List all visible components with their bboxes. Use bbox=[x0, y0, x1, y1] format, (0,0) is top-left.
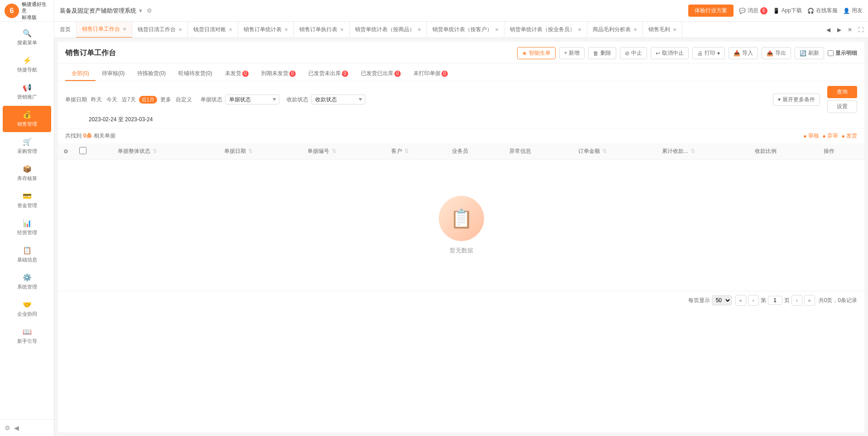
subtab-7[interactable]: 已发货已出库0 bbox=[355, 67, 407, 81]
date-option-4[interactable]: 更多 bbox=[159, 96, 173, 104]
tab-7[interactable]: 销货单统计表（按客户）✕ bbox=[427, 22, 504, 38]
user-item[interactable]: 👤 用友 bbox=[843, 7, 863, 14]
status-filter-item: 单据状态 单据状态 bbox=[201, 95, 279, 104]
sidebar-item-1[interactable]: ⚡快捷导航 bbox=[3, 52, 51, 78]
sidebar-item-0[interactable]: 🔍搜索菜单 bbox=[3, 24, 51, 51]
tab-next-button[interactable]: ▶ bbox=[834, 24, 844, 35]
import-button[interactable]: 📥 导入 bbox=[729, 47, 758, 59]
refresh-button[interactable]: 🔄 刷新 bbox=[795, 47, 824, 59]
col-accumulated[interactable]: 累计收款... ⇅ bbox=[657, 143, 750, 160]
payment-select[interactable]: 收款状态 bbox=[311, 95, 365, 104]
tab-5[interactable]: 销售订单执行表✕ bbox=[294, 22, 350, 38]
topbar-icons: 💬 消息 6 📱 App下载 🎧 在线客服 👤 用友 bbox=[739, 7, 863, 14]
tab-close-4[interactable]: ✕ bbox=[284, 27, 288, 32]
next-page-button[interactable]: › bbox=[791, 295, 802, 306]
tab-0[interactable]: 首页 bbox=[54, 22, 77, 38]
col-order-date[interactable]: 单据日期 ⇅ bbox=[219, 143, 302, 160]
new-button[interactable]: + 新增 bbox=[559, 47, 585, 59]
date-option-2[interactable]: 近7天 bbox=[120, 96, 137, 104]
tab-close-all-button[interactable]: ✕ bbox=[844, 24, 855, 35]
col-order-no[interactable]: 单据编号 ⇅ bbox=[302, 143, 386, 160]
subtab-8[interactable]: 未打印单据0 bbox=[407, 67, 454, 81]
subtab-5[interactable]: 到期未发货0 bbox=[255, 67, 302, 81]
settings-gear-icon[interactable]: ⚙ bbox=[147, 7, 152, 14]
dropdown-arrow-icon[interactable]: ▾ bbox=[139, 7, 142, 14]
per-page-select[interactable]: 50 bbox=[712, 295, 732, 305]
filter-area: 单据日期 昨天今天近7天近1月更多自定义 单据状态 单据状态 收款状态 收款状态 bbox=[58, 81, 864, 128]
tab-9[interactable]: 商品毛利分析表✕ bbox=[587, 22, 643, 38]
sidebar-item-8[interactable]: 📋基础信息 bbox=[3, 242, 51, 268]
cancel-suspend-button[interactable]: ↩ 取消中止 bbox=[651, 47, 689, 59]
industry-solution-button[interactable]: 体验行业方案 bbox=[688, 5, 734, 17]
subtab-6[interactable]: 已发货未出库0 bbox=[302, 67, 355, 81]
tab-3[interactable]: 钱货日清对账✕ bbox=[188, 22, 238, 38]
message-icon-item[interactable]: 💬 消息 6 bbox=[739, 7, 767, 14]
review-op-button[interactable]: ● 审核 bbox=[803, 132, 819, 140]
tab-close-2[interactable]: ✕ bbox=[178, 27, 182, 32]
col-amount[interactable]: 订单金额 ⇅ bbox=[573, 143, 657, 160]
tab-close-1[interactable]: ✕ bbox=[123, 27, 126, 32]
date-option-0[interactable]: 昨天 bbox=[90, 96, 103, 104]
sidebar-item-7[interactable]: 📊经营管理 bbox=[3, 214, 51, 241]
subtab-1[interactable]: 待审核(0) bbox=[96, 67, 131, 81]
subtab-3[interactable]: 旺铺待发货(0) bbox=[172, 67, 219, 81]
set-button[interactable]: 设置 bbox=[827, 100, 857, 113]
ship-op-button[interactable]: ● 发货 bbox=[842, 132, 857, 140]
col-customer[interactable]: 客户 ⇅ bbox=[386, 143, 446, 160]
tab-close-7[interactable]: ✕ bbox=[495, 27, 499, 32]
tab-6[interactable]: 销货单统计表（按商品）✕ bbox=[350, 22, 427, 38]
col-order-status[interactable]: 单据整体状态 ⇅ bbox=[112, 143, 219, 160]
tab-close-3[interactable]: ✕ bbox=[229, 27, 232, 32]
tab-close-5[interactable]: ✕ bbox=[340, 27, 344, 32]
subtab-0[interactable]: 全部(0) bbox=[65, 67, 96, 81]
date-option-1[interactable]: 今天 bbox=[105, 96, 119, 104]
tab-10[interactable]: 销售毛利✕ bbox=[643, 22, 682, 38]
status-select[interactable]: 单据状态 bbox=[225, 95, 279, 104]
query-button[interactable]: 查询 bbox=[827, 86, 857, 98]
suspend-button[interactable]: ⊘ 中止 bbox=[620, 47, 647, 59]
sidebar-item-9[interactable]: ⚙️系统管理 bbox=[3, 269, 51, 295]
tab-close-8[interactable]: ✕ bbox=[578, 27, 581, 32]
sidebar-item-6[interactable]: 💳资金管理 bbox=[3, 187, 51, 213]
app-download-item[interactable]: 📱 App下载 bbox=[773, 7, 802, 14]
sidebar-item-10[interactable]: 🤝企业协同 bbox=[3, 296, 51, 322]
first-page-button[interactable]: « bbox=[735, 295, 746, 306]
page-input[interactable] bbox=[768, 296, 782, 305]
prev-page-button[interactable]: ‹ bbox=[748, 295, 759, 306]
sidebar-item-3[interactable]: 💰销售管理 bbox=[3, 106, 51, 132]
subtab-2[interactable]: 待拣验货(0) bbox=[131, 67, 172, 81]
tab-close-6[interactable]: ✕ bbox=[417, 27, 421, 32]
sidebar-item-2[interactable]: 📢营销推广 bbox=[3, 79, 51, 105]
print-button[interactable]: 🖨 打印 ▾ bbox=[692, 47, 725, 59]
tab-8[interactable]: 销货单统计表（按业务员）✕ bbox=[504, 22, 587, 38]
sidebar-item-4[interactable]: 🛒采购管理 bbox=[3, 133, 51, 159]
last-page-button[interactable]: » bbox=[804, 295, 815, 306]
settings-icon[interactable]: ⚙ bbox=[5, 424, 10, 431]
show-detail-checkbox[interactable] bbox=[828, 50, 834, 56]
export-button[interactable]: 📤 导出 bbox=[762, 47, 791, 59]
collapse-icon[interactable]: ◀ bbox=[14, 424, 19, 431]
sidebar-item-11[interactable]: 📖新手引导 bbox=[3, 323, 51, 349]
tab-1[interactable]: 销售订单工作台✕ bbox=[77, 22, 132, 38]
date-option-5[interactable]: 自定义 bbox=[174, 96, 193, 104]
tab-controls: ◀ ▶ ✕ ⛶ bbox=[821, 24, 868, 35]
select-all-checkbox[interactable] bbox=[79, 147, 86, 154]
smart-create-button[interactable]: ★ 智能生单 bbox=[517, 47, 556, 59]
sidebar-item-5[interactable]: 📦库存核算 bbox=[3, 160, 51, 186]
date-option-3[interactable]: 近1月 bbox=[139, 96, 157, 104]
table-settings-icon[interactable]: ⚙ bbox=[63, 148, 68, 155]
subtab-label-2: 待拣验货 bbox=[137, 70, 159, 76]
expand-filter-button[interactable]: ▾ 展开更多条件 bbox=[773, 94, 820, 106]
show-detail-label[interactable]: 显示明细 bbox=[828, 49, 857, 57]
tab-close-9[interactable]: ✕ bbox=[633, 27, 637, 32]
tab-4[interactable]: 销售订单统计表✕ bbox=[238, 22, 294, 38]
tab-close-10[interactable]: ✕ bbox=[673, 27, 676, 32]
tab-2[interactable]: 钱货日清工作台✕ bbox=[132, 22, 188, 38]
tab-maximize-button[interactable]: ⛶ bbox=[855, 24, 866, 35]
online-service-item[interactable]: 🎧 在线客服 bbox=[807, 7, 838, 14]
subtab-4[interactable]: 未发货0 bbox=[219, 67, 255, 81]
tab-prev-button[interactable]: ◀ bbox=[823, 24, 834, 35]
cancel-review-op-button[interactable]: ● 弃审 bbox=[823, 132, 838, 140]
main-area: 装备及固定资产辅助管理系统 ▾ ⚙ 体验行业方案 💬 消息 6 📱 App下载 … bbox=[54, 0, 868, 436]
delete-button[interactable]: 🗑 删除 bbox=[588, 47, 616, 59]
